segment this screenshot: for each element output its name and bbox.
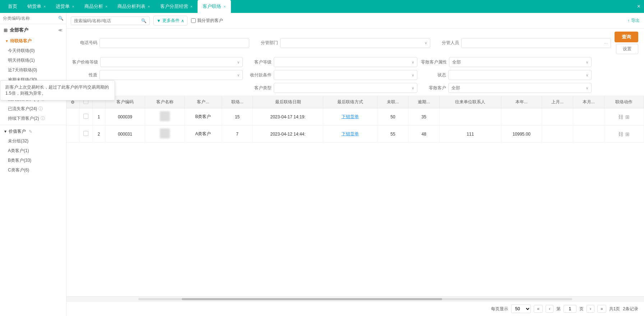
sidebar-search-icon[interactable]: 🔍 [58,16,64,21]
row1-checkbox[interactable] [83,114,88,119]
my-customer-checkbox[interactable] [191,18,196,23]
filter-payment-select[interactable]: ∨ [274,70,417,80]
value-customer-group-header[interactable]: ▼ 价值客户 ✎ [0,127,66,136]
close-product-analysis-icon[interactable]: × [105,4,107,9]
prev-page-button[interactable]: ‹ [546,305,553,313]
sidebar-item-a-class[interactable]: A类客户(1) [0,146,66,156]
table-body: 1 000039 B类客户 15 2023-04-17 14:19: 下销货单 … [66,108,644,143]
row1-avatar [160,111,170,121]
row2-method-link[interactable]: 下销货单 [342,131,359,136]
page-input[interactable] [564,305,576,313]
row1-check[interactable] [79,108,92,126]
col-contact-person-header[interactable]: 往来单位联系人 [440,96,501,108]
filter-phone-label: 电话号码 [72,40,97,46]
close-customer-tier-icon[interactable]: × [190,4,193,9]
my-customer-checkbox-label[interactable]: 我分管的客户 [191,18,223,24]
filter-scatter-attr-select[interactable]: 全部 ∨ [449,57,592,67]
chevron-down-icon4: ∨ [586,60,588,64]
sidebar-search-input[interactable] [3,16,57,21]
row1-method-link[interactable]: 下销货单 [342,114,359,119]
col-this-month-header[interactable]: 本月... [573,96,604,108]
col-type-header[interactable]: 客户... [185,96,222,108]
row2-last-method[interactable]: 下销货单 [323,126,377,143]
row1-grid-icon[interactable]: ⊞ [625,114,630,120]
row2-checkbox[interactable] [83,131,88,136]
close-customer-contact-icon[interactable]: × [223,4,226,9]
sidebar-item-c-class[interactable]: C类客户(6) [0,165,66,175]
filter-price-level-select[interactable]: ∨ [100,57,243,67]
filter-dept-select[interactable]: ∨ [280,38,430,48]
col-last-method-header[interactable]: 最后联络方式 [323,96,377,108]
col-last-date-header[interactable]: 最后联络日期 [253,96,323,108]
nav-product-analysis[interactable]: 商品分析 × [79,0,112,13]
nav-product-list[interactable]: 商品分析列表 × [112,0,155,13]
nav-purchase[interactable]: 进货单 × [51,0,79,13]
pending-contact-header[interactable]: ▼ 待联络客户 [0,36,66,46]
sidebar-item-b-class[interactable]: B类客户(33) [0,156,66,165]
filter-price-level: 客户价格等级 ∨ [72,57,243,67]
col-contact-count-header[interactable]: 联络... [222,96,253,108]
export-button[interactable]: ↑ 导出 [627,18,640,24]
filter-row-1: 电话号码 分管部门 ∨ 分管人员 ··· [72,32,638,54]
scroll-track[interactable] [138,298,572,300]
col-last-month-header[interactable]: 上月... [542,96,573,108]
close-product-list-icon[interactable]: × [148,4,150,9]
row2-contact-person: 111 [440,126,501,143]
first-page-button[interactable]: « [534,305,543,313]
value-customer-edit-icon[interactable]: ✎ [29,129,32,134]
next-page-button[interactable]: › [587,305,594,313]
sidebar-item-today[interactable]: 今天待联络(0) [0,46,66,56]
filter-customer-type-select[interactable]: ∨ [274,83,417,93]
col-overdue-header[interactable]: 逾期... [408,96,440,108]
filter-status-select[interactable]: ∨ [448,70,592,80]
scroll-thumb[interactable] [182,298,442,300]
sidebar-item-7days[interactable]: 近7天待联络(0) [0,65,66,75]
close-all-button[interactable]: × [637,3,640,10]
filter-dept-label: 分管部门 [253,40,278,46]
row1-link-icon[interactable]: ⛓ [618,114,623,120]
close-sales-icon[interactable]: × [43,4,46,9]
search-input-icon[interactable]: 🔍 [141,18,147,23]
query-button[interactable]: 查询 [615,32,638,42]
more-icon[interactable]: ··· [604,41,608,46]
row2-check[interactable] [79,126,92,143]
more-filters-button[interactable]: ▼ 更多条件 ∧ [153,16,187,25]
row1-last-date: 2023-04-17 14:19: [253,108,323,126]
sidebar-item-tomorrow[interactable]: 明天待联络(1) [0,56,66,65]
col-no-contact-header[interactable]: 未联... [377,96,408,108]
sidebar-item-churned[interactable]: 已流失客户(24) ⓘ [0,104,66,114]
last-page-button[interactable]: » [597,305,606,313]
nav-customer-tier[interactable]: 客户分层经营 × [155,0,198,13]
setting-button[interactable]: 设置 [616,44,638,54]
arrow-down-icon: ▼ [5,39,9,43]
row1-last-method[interactable]: 下销货单 [323,108,377,126]
filter-nature-select[interactable]: ∨ [99,70,243,80]
nav-customer-contact[interactable]: 客户联络 × [198,0,231,13]
horizontal-scrollbar[interactable] [66,296,644,301]
close-purchase-icon[interactable]: × [72,4,74,9]
collapse-icon[interactable]: ≪ [58,28,62,33]
col-this-year-header[interactable]: 本年... [501,96,542,108]
all-customers-header[interactable]: ⊞ 全部客户 ≪ [0,24,66,36]
sidebar-item-declining[interactable]: 持续下滑客户(2) ⓘ [0,114,66,123]
sidebar-divider [0,125,66,125]
filter-icon: ▼ [157,18,161,23]
filter-buttons: 查询 设置 [615,32,638,54]
sidebar-item-ungrouped[interactable]: 未分组(32) [0,136,66,146]
filter-customer-level-select[interactable]: ∨ [274,57,417,67]
row2-link-icon[interactable]: ⛓ [618,131,623,137]
filter-row-2: 客户价格等级 ∨ 客户等级 ∨ 零散客户属性 全部 [72,57,638,67]
col-name-header[interactable]: 客户名称 [145,96,184,108]
page-size-select[interactable]: 50 20 100 [511,305,531,313]
row2-grid-icon[interactable]: ⊞ [625,131,630,137]
filter-row-3: 性质 ∨ 收付款条件 ∨ 状态 [72,70,638,80]
row2-action: ⛓ ⊞ [604,126,644,143]
filter-person-select[interactable]: ··· [461,38,611,48]
nav-sales[interactable]: 销货单 × [22,0,51,13]
search-input[interactable] [74,18,140,23]
nav-home[interactable]: 首页 [3,0,22,13]
filter-customer-level: 客户等级 ∨ [246,57,417,67]
filter-phone-input[interactable] [99,38,249,48]
filter-scatter-customer-select[interactable]: 全部 ∨ [448,83,592,93]
table-area: ⚙ 客户编码 客户名称 客户... 联络... 最后联络日期 最后联络方式 未联… [66,96,644,296]
